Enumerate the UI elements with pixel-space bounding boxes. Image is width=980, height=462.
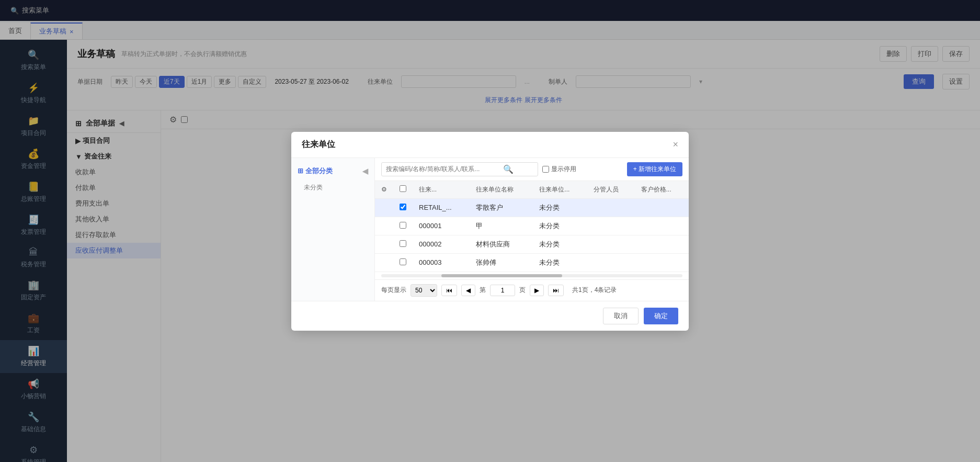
col-category: 往来单位... <box>533 181 587 199</box>
row-name-3: 材料供应商 <box>470 235 533 253</box>
cancel-button[interactable]: 取消 <box>603 308 639 324</box>
page-prev-btn[interactable]: ◀ <box>461 285 475 296</box>
row-price-2 <box>635 217 689 235</box>
modal-search-box: 🔍 <box>381 162 538 176</box>
modal-scrollbar-thumb <box>441 274 562 277</box>
row-price-4 <box>635 253 689 272</box>
modal-select-all[interactable] <box>400 185 406 192</box>
row-category-3: 未分类 <box>533 235 587 253</box>
row-category-1: 未分类 <box>533 198 587 217</box>
row-name-1: 零散客户 <box>470 198 533 217</box>
modal-left-item-unclassified[interactable]: 未分类 <box>291 180 374 195</box>
search-icon: 🔍 <box>503 164 514 174</box>
grid-icon: ⊞ <box>298 167 303 175</box>
page-next-btn[interactable]: ▶ <box>530 285 544 296</box>
row-name-4: 张帅傅 <box>470 253 533 272</box>
row-checkbox-2[interactable] <box>400 222 406 229</box>
table-header-row: ⚙ 往来... 往来单位名称 往来单位... 分管人员 客户价格... <box>375 181 689 199</box>
modal-left-panel: ⊞ 全部分类 ◀ 未分类 <box>291 158 375 301</box>
per-page-select[interactable]: 50 100 <box>411 284 437 297</box>
row-manager-4 <box>587 253 635 272</box>
modal-left-header: ⊞ 全部分类 ◀ <box>291 162 374 180</box>
table-row[interactable]: RETAIL_... 零散客户 未分类 <box>375 198 689 217</box>
table-row[interactable]: 000002 材料供应商 未分类 <box>375 235 689 253</box>
modal-body: ⊞ 全部分类 ◀ 未分类 🔍 显示停用 <box>291 158 689 301</box>
partner-modal: 往来单位 × ⊞ 全部分类 ◀ 未分类 🔍 <box>291 132 689 331</box>
row-name-2: 甲 <box>470 217 533 235</box>
per-page-label: 每页显示 <box>381 286 406 295</box>
row-code-3: 000002 <box>413 235 470 253</box>
row-category-2: 未分类 <box>533 217 587 235</box>
table-row[interactable]: 000003 张帅傅 未分类 <box>375 253 689 272</box>
row-code-4: 000003 <box>413 253 470 272</box>
page-first-btn[interactable]: ⏮ <box>441 285 457 296</box>
col-checkbox <box>393 181 413 199</box>
row-settings-4 <box>375 253 393 272</box>
col-price: 客户价格... <box>635 181 689 199</box>
row-code-2: 000001 <box>413 217 470 235</box>
row-settings-2 <box>375 217 393 235</box>
row-manager-3 <box>587 235 635 253</box>
modal-close-button[interactable]: × <box>673 139 678 150</box>
page-input[interactable] <box>490 285 515 296</box>
add-partner-button[interactable]: + 新增往来单位 <box>627 162 682 176</box>
show-disabled-checkbox[interactable] <box>542 166 549 173</box>
modal-scrollbar[interactable] <box>381 274 682 277</box>
page-suffix: 页 <box>519 286 526 295</box>
row-manager-2 <box>587 217 635 235</box>
confirm-button[interactable]: 确定 <box>644 308 678 324</box>
row-checkbox-3[interactable] <box>400 240 406 247</box>
modal-header: 往来单位 × <box>291 132 689 158</box>
row-manager-1 <box>587 198 635 217</box>
row-price-1 <box>635 198 689 217</box>
modal-title: 往来单位 <box>302 139 335 150</box>
col-settings: ⚙ <box>375 181 393 199</box>
page-label: 第 <box>480 286 486 295</box>
modal-overlay: 往来单位 × ⊞ 全部分类 ◀ 未分类 🔍 <box>0 0 980 462</box>
col-code: 往来... <box>413 181 470 199</box>
page-last-btn[interactable]: ⏭ <box>548 285 564 296</box>
col-name: 往来单位名称 <box>470 181 533 199</box>
modal-collapse-btn[interactable]: ◀ <box>362 167 368 175</box>
row-category-4: 未分类 <box>533 253 587 272</box>
col-manager: 分管人员 <box>587 181 635 199</box>
modal-footer: 取消 确定 <box>291 301 689 331</box>
modal-right-panel: 🔍 显示停用 + 新增往来单位 ⚙ <box>375 158 689 301</box>
row-settings-1 <box>375 198 393 217</box>
modal-toolbar: 🔍 显示停用 + 新增往来单位 <box>375 158 689 181</box>
row-price-3 <box>635 235 689 253</box>
modal-table: ⚙ 往来... 往来单位名称 往来单位... 分管人员 客户价格... <box>375 181 689 272</box>
show-disabled-label: 显示停用 <box>542 165 576 174</box>
row-checkbox-4[interactable] <box>400 258 406 265</box>
row-code-1: RETAIL_... <box>413 198 470 217</box>
modal-search-input[interactable] <box>386 165 501 173</box>
table-row[interactable]: 000001 甲 未分类 <box>375 217 689 235</box>
row-checkbox-1[interactable] <box>400 204 406 210</box>
modal-pagination: 每页显示 50 100 ⏮ ◀ 第 页 ▶ ⏭ 共1页，4条记录 <box>375 279 689 301</box>
row-settings-3 <box>375 235 393 253</box>
total-label: 共1页，4条记录 <box>572 286 617 295</box>
